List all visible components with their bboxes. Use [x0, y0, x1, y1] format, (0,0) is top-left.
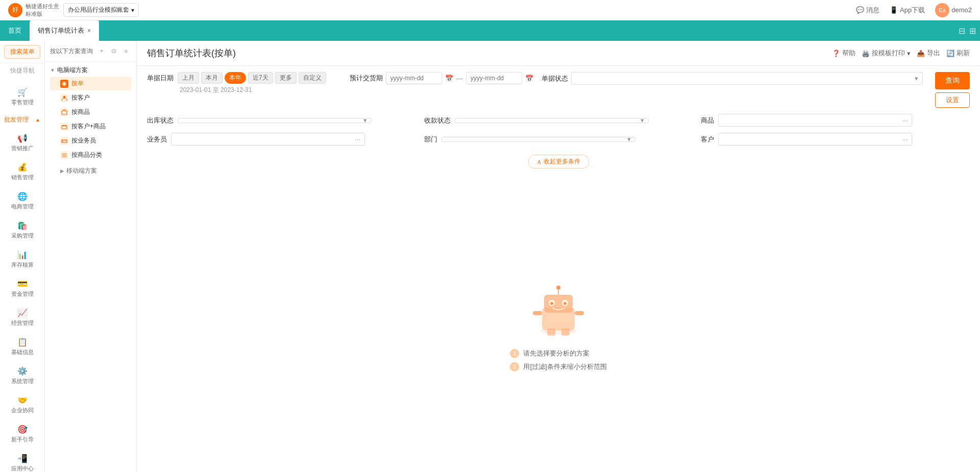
scheme-group-desktop-header[interactable]: ▼ 电脑端方案 [50, 66, 131, 75]
sidebar-item-retail[interactable]: 🛒 零售管理 [0, 82, 44, 111]
payment-status-dropdown-icon[interactable]: ▾ [641, 116, 644, 124]
sidebar-item-finance[interactable]: 💳 资金管理 [0, 274, 44, 303]
sidebar-item-guide[interactable]: 🎯 新手引导 [0, 419, 44, 449]
by-goods-category-icon [60, 151, 68, 159]
scheme-item-by-goods[interactable]: 按商品 [50, 105, 131, 119]
scheme-group-mobile-header[interactable]: ▶ 移动端方案 [50, 167, 131, 175]
ecommerce-icon: 🌐 [17, 192, 28, 201]
main-layout: 搜索菜单 快捷导航 🛒 零售管理 批发管理 ▲ 📢 营销推广 💰 销售管理 🌐 … [0, 41, 980, 472]
by-order-icon: ◉ [60, 80, 68, 88]
by-customer-icon [60, 94, 68, 102]
empty-tips: 1 请先选择要分析的方案 2 用[过滤]条件来缩小分析范围 [510, 349, 606, 371]
tab-bar: 首页 销售订单统计表 × ⊟ ⊞ [0, 20, 980, 41]
retail-icon: 🛒 [17, 87, 28, 97]
scheme-item-by-customer-goods[interactable]: 按客户+商品 [50, 120, 131, 133]
scheme-item-by-salesperson[interactable]: 按业务员 [50, 134, 131, 148]
scheme-group-desktop: ▼ 电脑端方案 ◉ 按单 按客户 [45, 64, 136, 164]
department-dropdown-icon[interactable]: ▾ [627, 135, 631, 143]
sidebar-item-ecommerce[interactable]: 🌐 电商管理 [0, 186, 44, 216]
collapse-conditions-button[interactable]: ∧ 收起更多条件 [528, 155, 589, 169]
forecast-date-end-input[interactable] [466, 72, 522, 84]
department-label: 部门 [424, 135, 437, 144]
logo-area: 好 畅捷通好生意 标准版 [8, 3, 59, 17]
date-quick-buttons: 上月 本月 本年 近7天 更多 自定义 [178, 72, 326, 84]
forecast-date-end-calendar-icon[interactable]: 📅 [525, 75, 533, 82]
sidebar-item-enterprise[interactable]: 🤝 企业协同 [0, 390, 44, 419]
sidebar-item-purchase[interactable]: 🛍️ 采购管理 [0, 216, 44, 245]
query-button[interactable]: 查询 [935, 72, 970, 89]
app-icon: 📱 [890, 6, 898, 14]
refresh-button[interactable]: 🔄 刷新 [946, 49, 970, 58]
salesperson-label: 业务员 [147, 135, 167, 144]
scheme-item-by-order[interactable]: ◉ 按单 [50, 77, 131, 90]
content-area: 按以下方案查询 + ⊙ « ▼ 电脑端方案 ◉ 按单 [45, 41, 980, 472]
date-btn-more[interactable]: 更多 [275, 72, 297, 84]
top-bar-left: 好 畅捷通好生意 标准版 办公用品行业模拟账套 ▾ [8, 3, 139, 17]
tab-expand-button[interactable]: ⊞ [969, 26, 976, 36]
date-btn-custom[interactable]: 自定义 [299, 72, 326, 84]
tab-close-button[interactable]: × [87, 27, 91, 34]
company-dropdown[interactable]: 办公用品行业模拟账套 ▾ [63, 3, 139, 17]
svg-point-4 [65, 125, 66, 126]
tab-home[interactable]: 首页 [0, 20, 30, 41]
date-btn-this-month[interactable]: 本月 [201, 72, 223, 84]
sidebar-shortcut-nav[interactable]: 快捷导航 [0, 63, 44, 78]
top-bar: 好 畅捷通好生意 标准版 办公用品行业模拟账套 ▾ 💬 消息 📱 App下载 E… [0, 0, 980, 20]
date-btn-this-year[interactable]: 本年 [225, 72, 246, 84]
page-header-actions: ❓ 帮助 🖨️ 按模板打印 ▾ 📤 导出 🔄 刷新 [832, 49, 970, 58]
scheme-add-button[interactable]: + [96, 46, 107, 56]
ship-status-dropdown-icon[interactable]: ▾ [363, 116, 367, 124]
svg-point-16 [550, 302, 553, 305]
date-range-separator: — [456, 75, 463, 82]
by-goods-icon [60, 108, 68, 116]
export-button[interactable]: 📤 导出 [917, 49, 940, 58]
svg-rect-10 [62, 156, 67, 157]
sidebar-item-wholesale[interactable]: 批发管理 ▲ [0, 111, 44, 128]
svg-rect-1 [62, 111, 67, 114]
scheme-edit-button[interactable]: ⊙ [109, 46, 119, 56]
forecast-date-start-calendar-icon[interactable]: 📅 [445, 75, 453, 82]
search-menu-button[interactable]: 搜索菜单 [4, 45, 40, 59]
chevron-down-icon: ▾ [131, 7, 134, 14]
scheme-collapse-button[interactable]: « [121, 46, 131, 56]
logo-text: 畅捷通好生意 标准版 [26, 3, 59, 17]
sidebar-item-appcenter[interactable]: 📲 应用中心 [0, 449, 44, 472]
status-label: 单据状态 [542, 74, 568, 83]
scheme-item-by-goods-category[interactable]: 按商品分类 [50, 148, 131, 162]
help-icon: ❓ [832, 50, 840, 57]
operations-icon: 📈 [17, 308, 28, 318]
forecast-date-start-input[interactable] [386, 72, 442, 84]
help-button[interactable]: ❓ 帮助 [832, 49, 855, 58]
sidebar-item-sales[interactable]: 💰 销售管理 [0, 157, 44, 186]
message-icon: 💬 [856, 6, 864, 14]
finance-icon: 💳 [17, 279, 28, 289]
sidebar-item-operations[interactable]: 📈 经营管理 [0, 303, 44, 332]
scheme-item-by-customer[interactable]: 按客户 [50, 91, 131, 105]
template-print-button[interactable]: 🖨️ 按模板打印 ▾ [862, 49, 911, 58]
sidebar-item-inventory[interactable]: 📊 库存核算 [0, 245, 44, 274]
empty-tip-2: 2 用[过滤]条件来缩小分析范围 [510, 362, 606, 371]
goods-dots-button[interactable]: ··· [902, 116, 908, 124]
salesperson-dots-button[interactable]: ··· [355, 135, 360, 143]
message-button[interactable]: 💬 消息 [856, 6, 879, 15]
svg-rect-9 [62, 155, 67, 156]
date-btn-last-month[interactable]: 上月 [178, 72, 199, 84]
sidebar-item-system[interactable]: ⚙️ 系统管理 [0, 361, 44, 390]
date-btn-last-7days[interactable]: 近7天 [248, 72, 273, 84]
user-area[interactable]: Ea demo2 [935, 3, 972, 17]
scheme-panel: 按以下方案查询 + ⊙ « ▼ 电脑端方案 ◉ 按单 [45, 41, 137, 472]
tab-minimize-button[interactable]: ⊟ [959, 26, 965, 36]
empty-icon [528, 279, 589, 341]
logo-icon: 好 [8, 3, 22, 17]
setting-button[interactable]: 设置 [935, 92, 970, 108]
wholesale-arrow-icon: ▲ [35, 117, 40, 123]
customer-dots-button[interactable]: ··· [902, 135, 908, 143]
app-download-button[interactable]: 📱 App下载 [890, 6, 925, 15]
export-icon: 📤 [917, 50, 925, 57]
status-dropdown-icon[interactable]: ▾ [915, 75, 918, 82]
tab-active[interactable]: 销售订单统计表 × [30, 20, 99, 41]
sidebar-item-marketing[interactable]: 📢 营销推广 [0, 128, 44, 157]
sidebar-item-basics[interactable]: 📋 基础信息 [0, 332, 44, 361]
empty-tip-1: 1 请先选择要分析的方案 [510, 349, 606, 358]
filter-area: 单据日期 上月 本月 本年 近7天 更多 自定义 2023-01-0 [137, 66, 980, 179]
